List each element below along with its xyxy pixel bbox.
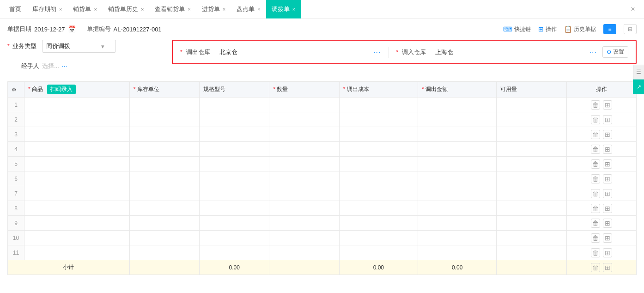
- table-row: 8 🗑⊞: [8, 201, 637, 216]
- delete-icon-8[interactable]: 🗑: [591, 204, 600, 213]
- calendar-icon[interactable]: 📅: [68, 25, 76, 33]
- qty-cell-1[interactable]: [269, 98, 339, 112]
- delete-icon-10[interactable]: 🗑: [591, 233, 600, 243]
- subtotal-delete-icon[interactable]: 🗑: [591, 263, 600, 272]
- delete-icon-3[interactable]: 🗑: [591, 130, 600, 139]
- history-button[interactable]: 📋 历史单据: [564, 25, 596, 33]
- table-settings-icon[interactable]: ⚙: [12, 86, 17, 93]
- cost-cell-1[interactable]: [339, 98, 418, 112]
- right-panel-export-btn[interactable]: ↗: [633, 79, 644, 94]
- delete-icon-9[interactable]: 🗑: [591, 219, 600, 228]
- tab-bar: 首页 库存期初 × 销货单 × 销货单历史 × 查看销货单 × 进货单 × 盘点…: [0, 0, 644, 18]
- warehouse-out-required: *: [180, 49, 182, 55]
- delete-icon-1[interactable]: 🗑: [591, 100, 600, 110]
- form-header: 单据日期 2019-12-27 📅 单据编号 AL-20191227-001 ⌨…: [7, 24, 637, 34]
- table-wrapper: ⚙ * 商品 扫码录入 * 库存单位 规格型号: [7, 81, 637, 275]
- spec-col-label: 规格型号: [203, 86, 225, 92]
- amount-cell-1[interactable]: [418, 98, 497, 112]
- available-cell-1[interactable]: [497, 98, 566, 112]
- table-row: 6 🗑⊞: [8, 171, 637, 186]
- table-row: 3 🗑⊞: [8, 127, 637, 142]
- copy-icon-1[interactable]: ⊞: [603, 100, 612, 110]
- handler-label: 经手人: [21, 62, 39, 70]
- warehouse-out-label: 调出仓库: [186, 48, 210, 56]
- tab-close-purchase[interactable]: ×: [223, 6, 225, 12]
- copy-icon-3[interactable]: ⊞: [603, 130, 612, 139]
- copy-icon-4[interactable]: ⊞: [603, 145, 612, 154]
- table-row: 9 🗑⊞: [8, 216, 637, 231]
- tab-close-transfer[interactable]: ×: [292, 6, 295, 12]
- layout-btn-inactive[interactable]: ⊟: [624, 24, 637, 34]
- warehouse-out-value: 北京仓: [219, 48, 237, 56]
- tab-close-sales-history[interactable]: ×: [141, 6, 144, 12]
- table-body: 1 🗑 ⊞: [8, 98, 637, 275]
- operations-label: 操作: [546, 25, 557, 33]
- subtotal-copy-icon[interactable]: ⊞: [603, 263, 612, 272]
- delete-icon-11[interactable]: 🗑: [591, 248, 600, 257]
- delete-icon-5[interactable]: 🗑: [591, 159, 600, 169]
- tab-close-inventory-init[interactable]: ×: [59, 6, 62, 12]
- spec-cell-1[interactable]: [200, 98, 269, 112]
- tab-close-stocktake[interactable]: ×: [257, 6, 260, 12]
- delete-icon-4[interactable]: 🗑: [591, 145, 600, 154]
- table-row: 1 🗑 ⊞: [8, 98, 637, 112]
- warehouse-in-required: *: [396, 49, 399, 55]
- copy-icon-8[interactable]: ⊞: [603, 204, 612, 213]
- tab-sales-order[interactable]: 销货单 ×: [67, 0, 102, 18]
- settings-button[interactable]: ⚙ 设置: [602, 46, 628, 58]
- date-field: 单据日期 2019-12-27 📅: [7, 25, 76, 33]
- biz-type-select[interactable]: 同价调拨 ▾: [42, 40, 116, 53]
- copy-icon-5[interactable]: ⊞: [603, 159, 612, 169]
- unit-cell-1[interactable]: [129, 98, 199, 112]
- tab-stocktake[interactable]: 盘点单 ×: [231, 0, 266, 18]
- tab-close-view-sales[interactable]: ×: [188, 6, 190, 12]
- right-panel: ☰ ↗: [633, 65, 644, 94]
- settings-icon: ⚙: [607, 49, 612, 55]
- window-close-button[interactable]: ×: [626, 2, 640, 17]
- copy-icon-11[interactable]: ⊞: [603, 248, 612, 257]
- copy-icon-9[interactable]: ⊞: [603, 219, 612, 228]
- tab-home[interactable]: 首页: [4, 0, 27, 18]
- shortcuts-icon: ⌨: [503, 25, 512, 33]
- settings-label: 设置: [613, 48, 624, 56]
- amount-col-header: * 调出金额: [418, 82, 497, 98]
- copy-icon-7[interactable]: ⊞: [603, 189, 612, 198]
- layout-btn-active[interactable]: ≡: [603, 24, 616, 34]
- delete-icon-6[interactable]: 🗑: [591, 174, 600, 183]
- shortcuts-button[interactable]: ⌨ 快捷键: [503, 25, 531, 33]
- operations-icon: ⊞: [538, 25, 544, 33]
- tab-transfer[interactable]: 调拨单 ×: [266, 0, 301, 18]
- history-icon: 📋: [564, 25, 572, 33]
- copy-icon-6[interactable]: ⊞: [603, 174, 612, 183]
- table-row: 4 🗑⊞: [8, 142, 637, 157]
- warehouse-in-dots[interactable]: ···: [589, 48, 597, 56]
- table-scroll-area: ⚙ * 商品 扫码录入 * 库存单位 规格型号: [7, 81, 637, 275]
- tab-inventory-init[interactable]: 库存期初 ×: [27, 0, 67, 18]
- warehouse-in-label: 调入仓库: [402, 48, 426, 56]
- main-content: 单据日期 2019-12-27 📅 单据编号 AL-20191227-001 ⌨…: [0, 18, 644, 281]
- tab-view-sales[interactable]: 查看销货单 ×: [149, 0, 196, 18]
- subtotal-qty: 0.00: [200, 260, 269, 275]
- warehouse-out-dots[interactable]: ···: [373, 48, 381, 56]
- settings-col-header[interactable]: ⚙: [8, 82, 24, 98]
- shortcuts-label: 快捷键: [514, 25, 531, 33]
- operations-button[interactable]: ⊞ 操作: [538, 25, 557, 33]
- right-panel-list-btn[interactable]: ☰: [633, 65, 644, 79]
- copy-icon-10[interactable]: ⊞: [603, 233, 612, 243]
- biz-type-row: * 业务类型 同价调拨 ▾: [7, 40, 164, 53]
- tab-purchase[interactable]: 进货单 ×: [196, 0, 231, 18]
- delete-icon-7[interactable]: 🗑: [591, 189, 600, 198]
- copy-icon-2[interactable]: ⊞: [603, 115, 612, 124]
- qty-col-label: 数量: [277, 86, 288, 92]
- scan-btn[interactable]: 扫码录入: [47, 85, 76, 94]
- tab-close-sales-order[interactable]: ×: [94, 6, 97, 12]
- product-cell-1[interactable]: [24, 98, 130, 112]
- number-value: AL-20191227-001: [114, 26, 162, 33]
- warehouse-section: * 调出仓库 北京仓 ··· * 调入仓库 上海仓 ··· ⚙ 设置: [172, 40, 637, 64]
- delete-icon-2[interactable]: 🗑: [591, 115, 600, 124]
- tab-sales-history[interactable]: 销货单历史 ×: [103, 0, 149, 18]
- handler-dots-icon[interactable]: ···: [62, 62, 67, 70]
- handler-placeholder[interactable]: 选择...: [42, 62, 59, 70]
- date-value: 2019-12-27: [34, 26, 65, 33]
- subtotal-cost: 0.00: [339, 260, 418, 275]
